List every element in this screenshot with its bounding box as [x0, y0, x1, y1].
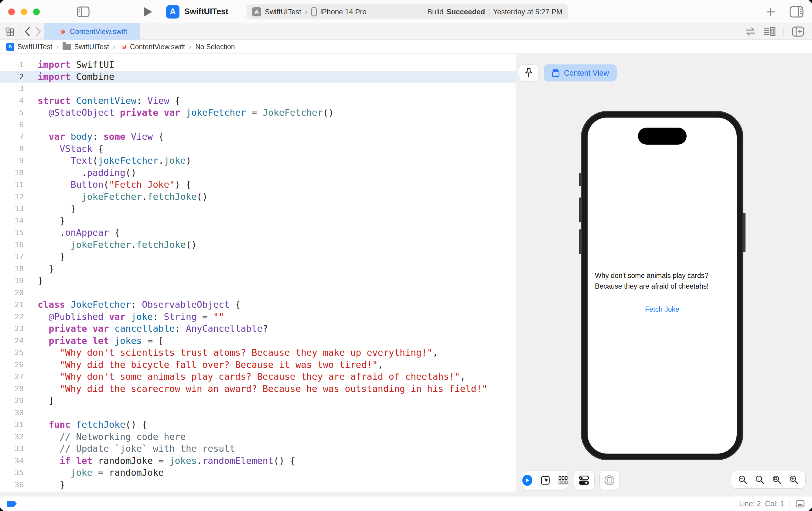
line-number[interactable]: 8 [0, 143, 28, 155]
code-line[interactable]: 36 } [0, 479, 516, 491]
plus-icon[interactable] [766, 8, 775, 16]
forward-chevron-icon[interactable] [35, 27, 41, 36]
line-number[interactable]: 13 [0, 203, 28, 215]
line-number[interactable]: 14 [0, 215, 28, 227]
zoom-100-icon[interactable]: 1 [755, 475, 765, 485]
line-number[interactable]: 34 [0, 455, 28, 467]
code-line[interactable]: 10 .padding() [0, 167, 516, 179]
code-area[interactable]: 1import SwiftUI2import Combine34struct C… [0, 54, 516, 491]
zoom-out-icon[interactable] [738, 475, 748, 485]
line-number[interactable]: 20 [0, 287, 28, 299]
code-line[interactable]: 14 } [0, 215, 516, 227]
line-number[interactable]: 35 [0, 466, 28, 479]
line-number[interactable]: 32 [0, 431, 28, 443]
line-number[interactable]: 16 [0, 239, 28, 251]
line-number[interactable]: 18 [0, 263, 28, 275]
inspector-sidebar-toggle-icon[interactable] [789, 6, 804, 18]
code-line[interactable]: 9 Text(jokeFetcher.joke) [0, 154, 516, 167]
line-number[interactable]: 19 [0, 275, 28, 287]
code-line[interactable]: 18 } [0, 263, 516, 275]
code-line[interactable]: 17 } [0, 251, 516, 263]
code-line[interactable]: 32 // Networking code here [0, 431, 516, 443]
zoom-fit-icon[interactable] [772, 475, 782, 485]
line-number[interactable]: 33 [0, 443, 28, 455]
line-number[interactable]: 17 [0, 251, 28, 263]
code-line[interactable]: 26 "Why did the bicycle fall over? Becau… [0, 359, 516, 371]
line-number[interactable]: 29 [0, 395, 28, 407]
device-settings-icon[interactable] [579, 476, 590, 485]
line-number[interactable]: 7 [0, 131, 28, 143]
breadcrumb-item[interactable]: SwiftUITest [63, 43, 109, 51]
line-number[interactable]: 5 [0, 107, 28, 119]
fetch-joke-button[interactable]: Fetch Joke [588, 305, 737, 314]
code-line[interactable]: 1import SwiftUI [0, 59, 516, 71]
code-line[interactable]: 28 "Why did the scarecrow win an award? … [0, 383, 516, 395]
build-status[interactable]: Build Succeeded | Yesterday at 5:27 PM [427, 8, 562, 16]
minimap-icon[interactable] [763, 27, 776, 36]
scheme-destination[interactable]: iPhone 14 Pro [320, 8, 367, 16]
code-line[interactable]: 3 [0, 83, 516, 95]
line-number[interactable]: 24 [0, 335, 28, 347]
scheme-project[interactable]: SwiftUITest [265, 8, 301, 16]
code-line[interactable]: 35 joke = randomJoke [0, 466, 516, 479]
fullscreen-button[interactable] [33, 8, 40, 15]
code-line[interactable]: 11 Button("Fetch Joke") { [0, 179, 516, 191]
breadcrumb-item[interactable]: ContentView.swift [119, 43, 185, 51]
device-orientation-icon[interactable] [604, 475, 615, 486]
swap-editors-icon[interactable] [745, 27, 756, 36]
line-number[interactable]: 22 [0, 311, 28, 323]
run-button[interactable] [144, 7, 153, 17]
code-line[interactable]: 34 if let randomJoke = jokes.randomEleme… [0, 455, 516, 467]
line-number[interactable]: 4 [0, 95, 28, 107]
close-button[interactable] [8, 8, 15, 15]
tab-contentview-swift[interactable]: ContentView.swift [44, 23, 140, 40]
canvas-device-chip[interactable]: Content View [544, 64, 617, 81]
line-number[interactable]: 10 [0, 167, 28, 179]
breadcrumb-item[interactable]: ASwiftUITest [6, 43, 52, 51]
line-number[interactable]: 21 [0, 299, 28, 311]
line-number[interactable]: 30 [0, 407, 28, 419]
pin-preview-button[interactable] [519, 65, 538, 81]
line-number[interactable]: 15 [0, 227, 28, 239]
code-line[interactable]: 21class JokeFetcher: ObservableObject { [0, 299, 516, 311]
code-line[interactable]: 25 "Why don't scientists trust atoms? Be… [0, 347, 516, 359]
live-preview-button[interactable] [522, 475, 532, 486]
line-number[interactable]: 23 [0, 323, 28, 335]
code-line[interactable]: 7 var body: some View { [0, 131, 516, 143]
back-chevron-icon[interactable] [24, 27, 30, 36]
line-number[interactable]: 31 [0, 419, 28, 431]
add-editor-icon[interactable] [792, 26, 804, 37]
selectable-mode-icon[interactable] [541, 476, 550, 485]
code-line[interactable]: 4struct ContentView: View { [0, 95, 516, 107]
minimize-button[interactable] [21, 8, 27, 15]
code-line[interactable]: 31 func fetchJoke() { [0, 419, 516, 431]
code-line[interactable]: 19} [0, 275, 516, 287]
line-number[interactable]: 25 [0, 347, 28, 359]
related-items-icon[interactable] [5, 27, 14, 36]
bottom-bar-toggle-icon[interactable] [795, 500, 805, 508]
line-number[interactable]: 11 [0, 179, 28, 191]
code-line[interactable]: 13 } [0, 203, 516, 215]
line-number[interactable]: 27 [0, 371, 28, 383]
code-line[interactable]: 5 @StateObject private var jokeFetcher =… [0, 107, 516, 119]
code-line[interactable]: 2import Combine [0, 71, 516, 83]
line-number[interactable]: 26 [0, 359, 28, 371]
breakpoint-indicator-icon[interactable] [7, 500, 17, 507]
code-line[interactable]: 20 [0, 287, 516, 299]
code-line[interactable]: 22 @Published var joke: String = "" [0, 311, 516, 323]
code-line[interactable]: 6 [0, 119, 516, 131]
line-number[interactable]: 2 [0, 71, 28, 83]
line-number[interactable]: 12 [0, 191, 28, 203]
code-line[interactable]: 33 // Update `joke` with the result [0, 443, 516, 455]
code-line[interactable]: 30 [0, 407, 516, 419]
source-editor[interactable]: 1import SwiftUI2import Combine34struct C… [0, 54, 516, 491]
line-number[interactable]: 9 [0, 154, 28, 167]
breadcrumb-item[interactable]: No Selection [195, 43, 235, 51]
code-line[interactable]: 15 .onAppear { [0, 227, 516, 239]
scheme-selector[interactable]: A SwiftUITest › iPhone 14 Pro Build Succ… [246, 4, 568, 19]
code-line[interactable]: 27 "Why don't some animals play cards? B… [0, 371, 516, 383]
code-line[interactable]: 8 VStack { [0, 143, 516, 155]
line-number[interactable]: 3 [0, 83, 28, 95]
line-number[interactable]: 36 [0, 479, 28, 491]
code-line[interactable]: 23 private var cancellable: AnyCancellab… [0, 323, 516, 335]
